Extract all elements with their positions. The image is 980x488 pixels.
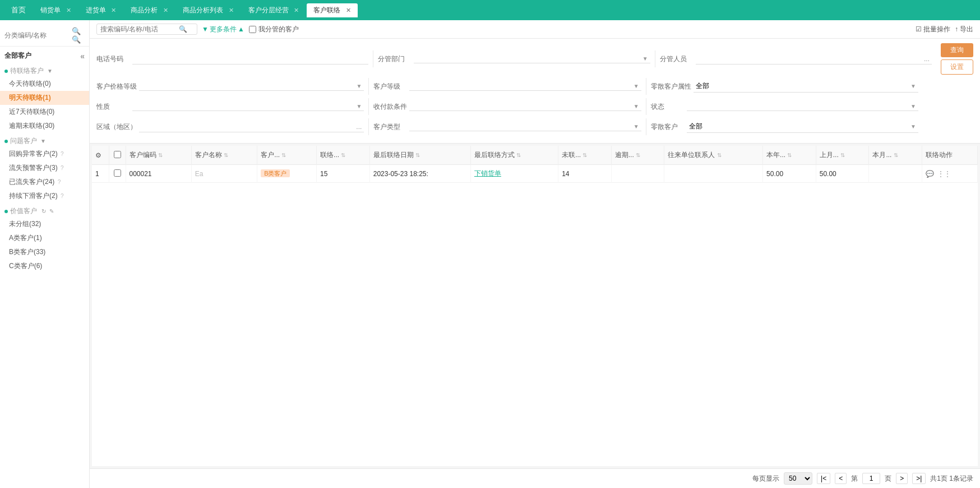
reset-button[interactable]: 设置 xyxy=(941,59,973,75)
advanced-filter-panel: 电话号码 分管部门 ▼ 分管人员 ... xyxy=(90,39,980,144)
batch-operation-button[interactable]: ☑ 批量操作 xyxy=(916,25,950,34)
chevron-down-icon: ▼ xyxy=(356,83,362,89)
col-type-header: 客户... ⇅ xyxy=(257,146,317,165)
row-action-contact[interactable]: 💬 xyxy=(926,170,934,178)
nature-select[interactable]: ▼ xyxy=(132,102,364,111)
edit-icon[interactable]: ✎ xyxy=(49,208,54,214)
prev-page-button[interactable]: < xyxy=(835,473,847,484)
sidebar-item-7days[interactable]: 近7天待联络(0) xyxy=(0,105,89,119)
nav-customer-tier[interactable]: 客户分层经营 ✕ xyxy=(242,3,306,17)
sidebar-item-a-class[interactable]: A类客户(1) xyxy=(0,231,89,245)
dept-select[interactable]: ▼ xyxy=(414,54,650,63)
first-page-button[interactable]: |< xyxy=(817,473,830,484)
retail-attr-select[interactable]: 全部 ▼ xyxy=(694,80,918,93)
close-icon[interactable]: ✕ xyxy=(229,7,234,13)
search-box: 🔍 xyxy=(96,24,197,35)
person-dots[interactable]: ... xyxy=(924,55,930,63)
phone-input[interactable] xyxy=(132,54,368,65)
sort-icon[interactable]: ⇅ xyxy=(717,152,722,158)
select-all-checkbox[interactable] xyxy=(114,151,121,158)
nav-customer-contact[interactable]: 客户联络 ✕ xyxy=(307,3,358,17)
data-table-container: ⚙ 客户编码 ⇅ 客户名称 ⇅ xyxy=(92,146,978,466)
page-number-input[interactable] xyxy=(862,473,880,484)
col-action-header: 联络动作 xyxy=(922,146,978,165)
last-page-button[interactable]: >| xyxy=(912,473,926,484)
customer-level-select[interactable]: ▼ xyxy=(409,82,641,91)
row-name[interactable]: Ea xyxy=(191,165,257,183)
close-icon[interactable]: ✕ xyxy=(294,7,299,13)
sidebar-item-today[interactable]: 今天待联络(0) xyxy=(0,77,89,91)
retail-customer-select[interactable]: 全部 ▼ xyxy=(687,121,918,133)
sort-icon[interactable]: ⇅ xyxy=(583,152,587,158)
col-checkbox xyxy=(109,146,126,165)
last-method-link[interactable]: 下销货单 xyxy=(474,169,501,177)
region-dots[interactable]: ... xyxy=(356,123,362,131)
nav-purchase-order[interactable]: 进货单 ✕ xyxy=(79,3,123,17)
close-icon[interactable]: ✕ xyxy=(111,7,116,13)
nav-home[interactable]: 首页 xyxy=(4,3,33,17)
per-page-label: 每页显示 xyxy=(752,474,779,484)
sidebar-item-churn-warning[interactable]: 流失预警客户(3) ? xyxy=(0,161,89,175)
sidebar-item-abnormal[interactable]: 回购异常客户(2) ? xyxy=(0,147,89,161)
more-filter-button[interactable]: ▼ 更多条件 ▲ xyxy=(202,25,244,34)
page-suffix: 页 xyxy=(885,474,891,484)
price-level-field: 客户价格等级 ▼ xyxy=(96,82,364,91)
sort-icon[interactable]: ⇅ xyxy=(281,152,286,158)
price-level-label: 客户价格等级 xyxy=(96,82,137,91)
close-icon[interactable]: ✕ xyxy=(346,7,351,13)
query-button[interactable]: 查询 xyxy=(941,43,973,57)
sort-icon[interactable]: ⇅ xyxy=(636,152,640,158)
close-icon[interactable]: ✕ xyxy=(163,7,168,13)
sidebar-item-c-class[interactable]: C类客户(6) xyxy=(0,259,89,273)
col-settings[interactable]: ⚙ xyxy=(92,146,109,165)
sidebar-item-churned[interactable]: 已流失客户(24) ? xyxy=(0,175,89,189)
nav-product-analysis[interactable]: 商品分析 ✕ xyxy=(124,3,175,17)
sort-icon[interactable]: ⇅ xyxy=(787,152,792,158)
sidebar-item-ungrouped[interactable]: 未分组(32) xyxy=(0,217,89,231)
my-customers-check[interactable] xyxy=(249,26,256,33)
status-select[interactable]: ▼ xyxy=(687,102,918,111)
row-contact-person xyxy=(664,165,763,183)
sort-icon[interactable]: ⇅ xyxy=(840,152,845,158)
export-button[interactable]: ↑ 导出 xyxy=(955,25,973,34)
main-search-input[interactable] xyxy=(100,25,179,33)
chevron-down-icon: ▼ xyxy=(356,103,362,109)
sort-icon[interactable]: ⇅ xyxy=(158,152,163,158)
collapse-icon[interactable]: « xyxy=(80,52,85,61)
row-action-more[interactable]: ⋮⋮ xyxy=(937,170,951,178)
person-label: 分管人员 xyxy=(660,54,694,64)
sort-icon[interactable]: ⇅ xyxy=(894,152,898,158)
table-row: 1 000021 Ea B类客户 15 2023-05-23 18:25: xyxy=(92,165,978,183)
per-page-select[interactable]: 50 100 200 xyxy=(784,472,812,485)
row-overdue xyxy=(611,165,664,183)
sidebar-search-input[interactable] xyxy=(4,31,72,39)
sort-icon[interactable]: ⇅ xyxy=(341,152,345,158)
sidebar-item-overdue[interactable]: 逾期未联络(30) xyxy=(0,119,89,133)
payment-select[interactable]: ▼ xyxy=(409,102,641,111)
settings-icon[interactable]: ⚙ xyxy=(95,151,101,159)
sort-icon[interactable]: ⇅ xyxy=(415,152,420,158)
sort-icon[interactable]: ⇅ xyxy=(224,152,228,158)
close-icon[interactable]: ✕ xyxy=(66,7,71,13)
price-level-select[interactable]: ▼ xyxy=(139,82,364,91)
nav-sales-order[interactable]: 销货单 ✕ xyxy=(34,3,78,17)
search-icon[interactable]: 🔍 xyxy=(179,25,187,33)
retail-attr-label: 零散客户属性 xyxy=(651,82,691,91)
sidebar-search-icon[interactable]: 🔍 xyxy=(72,27,85,44)
row-checkbox[interactable] xyxy=(114,169,121,177)
total-records-label: 共1页 1条记录 xyxy=(930,474,973,484)
sort-icon[interactable]: ⇅ xyxy=(516,152,521,158)
customer-type-select[interactable]: ▼ xyxy=(409,122,641,131)
row-last-method[interactable]: 下销货单 xyxy=(470,165,558,183)
nav-product-analysis-list[interactable]: 商品分析列表 ✕ xyxy=(176,3,241,17)
sidebar-item-b-class[interactable]: B类客户(33) xyxy=(0,245,89,259)
chevron-down-icon: ▼ xyxy=(634,83,639,89)
row-action-buttons: 💬 ⋮⋮ xyxy=(926,170,974,178)
my-customers-checkbox[interactable]: 我分管的客户 xyxy=(249,25,299,34)
sidebar-item-tomorrow[interactable]: 明天待联络(1) xyxy=(0,91,89,105)
row-this-year: 50.00 xyxy=(763,165,816,183)
refresh-icon[interactable]: ↻ xyxy=(41,208,46,214)
sidebar-item-declining[interactable]: 持续下滑客户(2) ? xyxy=(0,189,89,203)
next-page-button[interactable]: > xyxy=(896,473,908,484)
payment-field: 收付款条件 ▼ xyxy=(373,102,641,112)
